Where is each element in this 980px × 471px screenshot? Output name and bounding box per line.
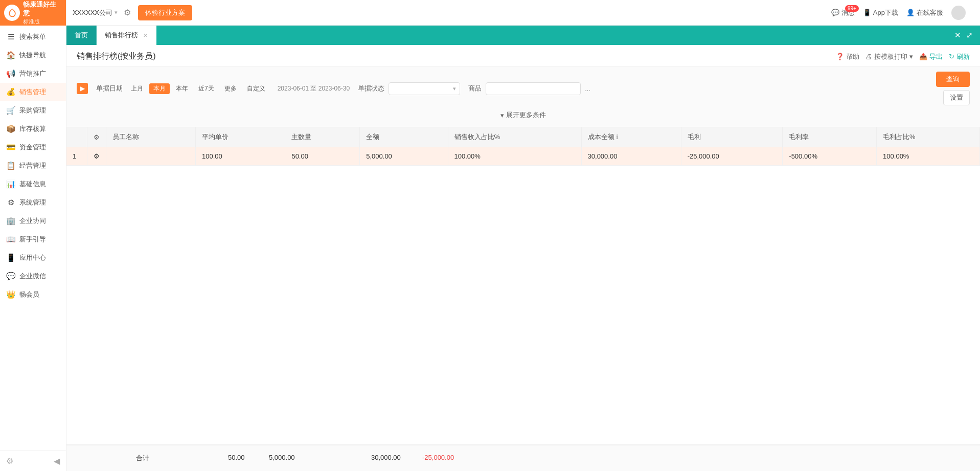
sidebar-label: 应用中心	[19, 253, 46, 262]
apps-icon: 📱	[6, 253, 15, 262]
date-option-last7[interactable]: 近7天	[194, 83, 218, 94]
home-icon: 🏠	[6, 51, 15, 60]
sidebar-item-purchase[interactable]: 🛒 采购管理	[0, 101, 66, 120]
filter-row-main: ▶ 单据日期 上月 本月 本年 近7天 更多 自定义 202	[77, 72, 970, 105]
export-icon: 📤	[919, 53, 927, 60]
sidebar-item-search-order[interactable]: ☰ 搜索菜单	[0, 28, 66, 46]
filter-bar: ▶ 单据日期 上月 本月 本年 近7天 更多 自定义 202	[66, 66, 980, 127]
print-dropdown-icon: ▾	[909, 53, 913, 60]
topbar: XXXXXX公司 ▾ ⚙ 体验行业方案 💬 消息 99+ 📱 App下载 👤 在…	[66, 0, 980, 26]
footer-cost: 30,000.00	[365, 451, 416, 466]
col-cost: 成本全额 ℹ	[581, 127, 681, 147]
logo-icon	[4, 5, 20, 21]
query-button[interactable]: 查询	[936, 72, 970, 87]
refresh-button[interactable]: ↻ 刷新	[949, 52, 970, 61]
date-option-current-month[interactable]: 本月	[149, 83, 170, 94]
company-dropdown-arrow: ▾	[115, 9, 118, 16]
company-selector[interactable]: XXXXXX公司 ▾	[73, 8, 118, 17]
sidebar-footer: ⚙ ◀	[0, 451, 66, 471]
cell-gross-rate: -500.00%	[783, 147, 877, 166]
sidebar-item-member[interactable]: 👑 畅会员	[0, 285, 66, 304]
settings-button[interactable]: 设置	[943, 90, 970, 105]
message-icon: 💬	[831, 9, 839, 16]
date-range-display: 2023-06-01 至 2023-06-30	[278, 84, 350, 93]
inventory-icon: 📦	[6, 124, 15, 133]
refresh-icon: ↻	[949, 53, 954, 60]
sidebar-item-system[interactable]: ⚙ 系统管理	[0, 193, 66, 212]
sidebar-label: 企业微信	[19, 272, 46, 281]
col-quantity: 主数量	[285, 127, 360, 147]
cell-gross-ratio: 100.00%	[877, 147, 980, 166]
sidebar-item-basic[interactable]: 📊 基础信息	[0, 175, 66, 193]
window-controls: ✕ ⤢	[947, 31, 980, 40]
expand-row: ▾ 展开更多条件	[77, 108, 970, 122]
window-maximize-icon[interactable]: ⤢	[966, 31, 973, 40]
app-download-button[interactable]: 📱 App下载	[863, 8, 898, 17]
export-button[interactable]: 📤 导出	[919, 52, 943, 61]
sidebar-item-sales[interactable]: 💰 销售管理	[0, 83, 66, 101]
tab-sales-rank[interactable]: 销售排行榜 ✕	[97, 26, 156, 45]
cell-employee	[106, 147, 195, 166]
goods-input[interactable]	[486, 82, 581, 95]
app-label: App下载	[873, 8, 898, 17]
sidebar-item-operations[interactable]: 📋 经营管理	[0, 156, 66, 175]
sidebar-label: 畅会员	[19, 290, 39, 299]
sidebar-item-marketing[interactable]: 📢 营销推广	[0, 64, 66, 83]
footer-avg-price	[181, 451, 222, 466]
app-icon: 📱	[863, 9, 871, 16]
cell-amount: 5,000.00	[360, 147, 448, 166]
sidebar-item-apps[interactable]: 📱 应用中心	[0, 249, 66, 267]
table-row: 1 ⚙ 100.00 50.00 5,000.00 100.00% 30,000…	[66, 147, 980, 166]
cell-cost: 30,000.00	[581, 147, 681, 166]
date-option-more[interactable]: 更多	[220, 83, 241, 94]
message-button[interactable]: 💬 消息 99+	[831, 8, 855, 17]
topbar-settings-icon[interactable]: ⚙	[124, 8, 131, 17]
window-close-icon[interactable]: ✕	[954, 31, 961, 40]
sidebar-item-wechat[interactable]: 💬 企业微信	[0, 267, 66, 285]
date-option-this-year[interactable]: 本年	[172, 83, 192, 94]
footer-amount: 5,000.00	[263, 451, 314, 466]
settings-footer-icon[interactable]: ⚙	[6, 456, 13, 466]
sidebar-item-finance[interactable]: 💳 资金管理	[0, 138, 66, 156]
col-gross-rate: 毛利率	[783, 127, 877, 147]
col-settings[interactable]: ⚙	[87, 127, 106, 147]
online-service-button[interactable]: 👤 在线客服	[906, 8, 943, 17]
col-gross: 毛利	[681, 127, 783, 147]
goods-more-button[interactable]: ...	[585, 85, 590, 93]
sidebar-label: 资金管理	[19, 143, 46, 152]
sidebar-nav: ☰ 搜索菜单 🏠 快捷导航 📢 营销推广 💰 销售管理 🛒 采购管理 📦 库存核…	[0, 26, 66, 451]
filter-toggle-button[interactable]: ▶	[77, 83, 88, 94]
sidebar-item-enterprise[interactable]: 🏢 企业协同	[0, 212, 66, 230]
status-select[interactable]	[389, 82, 460, 95]
footer-total-label: 合计	[130, 451, 181, 466]
col-gross-ratio: 毛利占比%	[877, 127, 980, 147]
cost-info-icon: ℹ	[616, 133, 619, 141]
sales-icon: 💰	[6, 87, 15, 97]
operations-icon: 📋	[6, 161, 15, 170]
date-option-last-month[interactable]: 上月	[127, 83, 147, 94]
cell-gross: -25,000.00	[681, 147, 783, 166]
expand-button[interactable]: ▾ 展开更多条件	[500, 108, 546, 122]
tab-home[interactable]: 首页	[66, 26, 97, 45]
system-icon: ⚙	[6, 198, 15, 207]
collapse-icon[interactable]: ◀	[54, 456, 60, 466]
tab-close-icon[interactable]: ✕	[143, 32, 148, 39]
member-icon: 👑	[6, 290, 15, 299]
basic-icon: 📊	[6, 180, 15, 189]
help-button[interactable]: ❓ 帮助	[836, 52, 859, 61]
page-title: 销售排行榜(按业务员)	[77, 51, 156, 62]
sidebar-item-inventory[interactable]: 📦 库存核算	[0, 120, 66, 138]
trial-button[interactable]: 体验行业方案	[138, 5, 192, 20]
date-option-custom[interactable]: 自定义	[243, 83, 269, 94]
sidebar-item-shortcut[interactable]: 🏠 快捷导航	[0, 46, 66, 64]
sidebar-label: 企业协同	[19, 216, 46, 226]
search-order-icon: ☰	[6, 32, 15, 41]
filter-toggle-icon: ▶	[80, 85, 85, 92]
print-button[interactable]: 🖨 按模板打印 ▾	[865, 52, 913, 61]
cell-row-settings[interactable]: ⚙	[87, 147, 106, 166]
sidebar-item-guide[interactable]: 📖 新手引导	[0, 230, 66, 249]
status-filter: 单据状态	[358, 82, 460, 95]
user-avatar[interactable]	[951, 6, 966, 20]
sidebar-logo: 畅康通好生意 标准版	[0, 0, 66, 26]
expand-icon: ▾	[500, 111, 504, 119]
